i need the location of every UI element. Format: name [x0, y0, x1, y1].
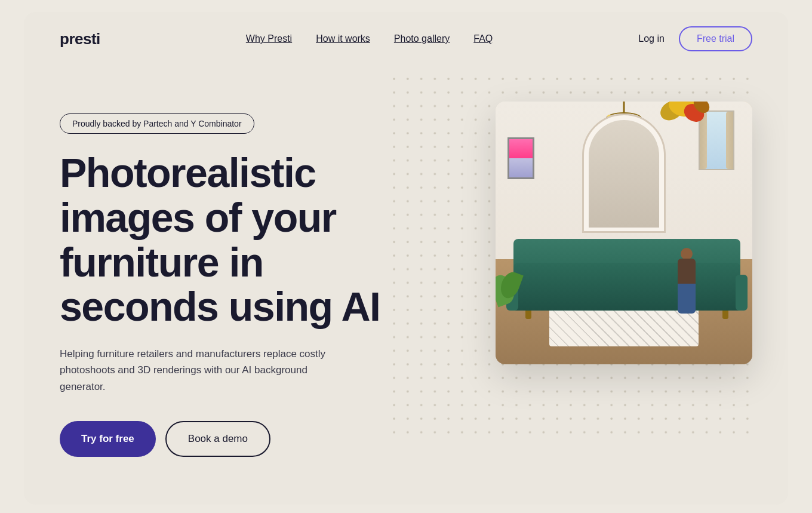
sofa-arm-right: [736, 275, 748, 311]
person-body: [678, 259, 696, 285]
book-demo-button[interactable]: Book a demo: [165, 421, 270, 457]
nav-link-why[interactable]: Why Presti: [246, 33, 292, 44]
navbar: presti Why Presti How it works Photo gal…: [24, 12, 788, 66]
login-link[interactable]: Log in: [638, 33, 665, 44]
try-for-free-button[interactable]: Try for free: [60, 421, 156, 457]
room-arch: [582, 113, 666, 233]
plant-bottom-left: [496, 269, 525, 317]
hero-section: Proudly backed by Partech and Y Combinat…: [24, 66, 788, 505]
plant-top: [657, 102, 716, 143]
nav-link-gallery[interactable]: Photo gallery: [394, 33, 450, 44]
hero-buttons: Try for free Book a demo: [60, 421, 417, 457]
room-arch-inner: [589, 120, 659, 228]
hero-left: Proudly backed by Partech and Y Combinat…: [60, 102, 441, 457]
person-head: [681, 248, 693, 260]
sofa-body: [513, 263, 740, 311]
inner-card: presti Why Presti How it works Photo gal…: [24, 12, 788, 505]
hero-subtitle: Helping furniture retailers and manufact…: [60, 346, 346, 395]
room-scene: [496, 102, 752, 364]
page-wrapper: presti Why Presti How it works Photo gal…: [0, 12, 812, 513]
nav-link-how[interactable]: How it works: [316, 33, 370, 44]
sofa-leg-2: [722, 311, 728, 319]
nav-free-trial-button[interactable]: Free trial: [679, 26, 752, 51]
logo: presti: [60, 30, 100, 48]
sofa-leg-1: [525, 311, 531, 319]
room-person: [669, 248, 705, 314]
nav-links: Why Presti How it works Photo gallery FA…: [246, 33, 493, 44]
hero-badge: Proudly backed by Partech and Y Combinat…: [60, 113, 254, 134]
sofa: [513, 239, 740, 311]
nav-right: Log in Free trial: [638, 26, 752, 51]
hero-right: [441, 102, 752, 364]
room-painting: [508, 137, 534, 179]
hero-image: [496, 102, 752, 364]
nav-link-faq[interactable]: FAQ: [473, 33, 493, 44]
chandelier-stem: [623, 102, 625, 113]
person-legs: [678, 284, 696, 314]
curtain-right: [726, 112, 733, 169]
hero-title: Photorealistic images of your furniture …: [60, 150, 417, 329]
